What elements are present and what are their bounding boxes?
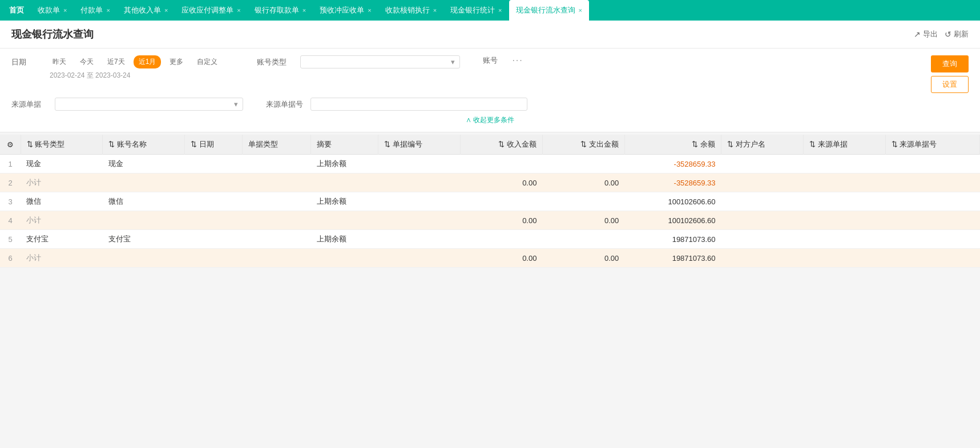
top-nav: 首页 收款单 × 付款单 × 其他收入单 × 应收应付调整单 × 银行存取款单 …	[0, 0, 980, 21]
cell-counterpart	[721, 230, 804, 249]
nav-statistics[interactable]: 现金银行统计 ×	[443, 0, 509, 21]
page-header: 现金银行流水查询 ↗ 导出 ↺ 刷新	[0, 21, 980, 49]
cell-doc-type	[243, 249, 311, 268]
collapse-icon: ∧	[466, 116, 471, 124]
export-button[interactable]: ↗ 导出	[914, 29, 938, 39]
settings-button[interactable]: 设置	[931, 76, 969, 93]
cell-doc-number	[378, 230, 461, 249]
date-btn-1month[interactable]: 近1月	[134, 55, 162, 68]
cell-income	[461, 155, 543, 173]
date-btn-more[interactable]: 更多	[164, 55, 188, 68]
cell-account-type: 小计	[21, 211, 103, 230]
account-dots[interactable]: ···	[512, 55, 523, 66]
col-expense[interactable]: ⇅ 支出金额	[542, 135, 624, 155]
cell-summary	[311, 173, 378, 192]
cell-doc-number	[378, 192, 461, 211]
sort-icon: ⇅	[692, 140, 698, 148]
table-row: 3 微信 微信 上期余额 100102606.60	[0, 192, 980, 211]
col-account-type[interactable]: ⇅ 账号类型	[21, 135, 103, 155]
nav-cashflow[interactable]: 现金银行流水查询 ×	[509, 0, 589, 21]
collapse-bar[interactable]: ∧ 收起更多条件	[11, 113, 969, 127]
col-balance[interactable]: ⇅ 余额	[624, 135, 721, 155]
cell-source-doc-num	[885, 211, 979, 230]
cell-doc-type	[243, 173, 311, 192]
source-doc-select[interactable]: ▾	[55, 98, 243, 111]
chevron-down-icon: ▾	[234, 100, 238, 108]
source-doc-num-input[interactable]	[310, 98, 527, 111]
cell-doc-type	[243, 230, 311, 249]
cell-source-doc-num	[885, 230, 979, 249]
cell-date	[185, 211, 243, 230]
date-btn-today[interactable]: 今天	[75, 55, 99, 68]
gear-col-header[interactable]: ⚙	[0, 135, 21, 155]
close-icon[interactable]: ×	[579, 7, 582, 14]
cell-account-name: 微信	[103, 192, 185, 211]
cell-doc-number	[378, 211, 461, 230]
nav-bank-deposit[interactable]: 银行存取款单 ×	[248, 0, 313, 21]
close-icon[interactable]: ×	[63, 7, 67, 14]
cell-doc-number	[378, 155, 461, 173]
cell-income	[461, 230, 543, 249]
nav-receipt[interactable]: 收款单 ×	[31, 0, 74, 21]
nav-prepaid[interactable]: 预收冲应收单 ×	[313, 0, 378, 21]
nav-adjustment[interactable]: 应收应付调整单 ×	[175, 0, 247, 21]
cell-summary	[311, 211, 378, 230]
close-icon[interactable]: ×	[237, 7, 240, 14]
cell-balance: -3528659.33	[624, 155, 721, 173]
cell-summary: 上期余额	[311, 192, 378, 211]
col-source-doc[interactable]: ⇅ 来源单据	[803, 135, 885, 155]
nav-verification[interactable]: 收款核销执行 ×	[378, 0, 443, 21]
col-date[interactable]: ⇅ 日期	[185, 135, 243, 155]
query-button[interactable]: 查询	[931, 55, 969, 72]
cell-expense	[542, 192, 624, 211]
cell-counterpart	[721, 211, 804, 230]
date-btn-yesterday[interactable]: 昨天	[47, 55, 71, 68]
date-btn-custom[interactable]: 自定义	[192, 55, 223, 68]
cell-expense	[542, 155, 624, 173]
cell-account-name	[103, 173, 185, 192]
close-icon[interactable]: ×	[368, 7, 371, 14]
date-options: 昨天 今天 近7天 近1月 更多 自定义	[47, 55, 223, 68]
sort-icon: ⇅	[27, 140, 33, 148]
col-income[interactable]: ⇅ 收入金额	[461, 135, 543, 155]
cell-balance: 19871073.60	[624, 249, 721, 268]
col-counterpart[interactable]: ⇅ 对方户名	[721, 135, 804, 155]
account-type-select[interactable]: ▾	[300, 55, 460, 68]
col-account-name[interactable]: ⇅ 账号名称	[103, 135, 185, 155]
nav-payment[interactable]: 付款单 ×	[74, 0, 116, 21]
col-doc-number[interactable]: ⇅ 单据编号	[378, 135, 461, 155]
sort-icon: ⇅	[498, 140, 505, 148]
nav-home[interactable]: 首页	[2, 0, 31, 21]
cell-account-name	[103, 249, 185, 268]
close-icon[interactable]: ×	[433, 7, 437, 14]
source-doc-num-label: 来源单据号	[266, 99, 306, 110]
close-icon[interactable]: ×	[106, 7, 110, 14]
date-btn-7days[interactable]: 近7天	[102, 55, 130, 68]
close-icon[interactable]: ×	[303, 7, 306, 14]
close-icon[interactable]: ×	[498, 7, 502, 14]
cell-balance: 100102606.60	[624, 211, 721, 230]
table-header-row: ⚙ ⇅ 账号类型 ⇅ 账号名称 ⇅ 日期 单据类型 摘要	[0, 135, 980, 155]
table-row: 5 支付宝 支付宝 上期余额 19871073.60	[0, 230, 980, 249]
cell-summary: 上期余额	[311, 230, 378, 249]
cell-date	[185, 173, 243, 192]
close-icon[interactable]: ×	[164, 7, 168, 14]
cell-income: 0.00	[461, 211, 543, 230]
account-label: 账号	[483, 55, 503, 66]
cell-income	[461, 192, 543, 211]
nav-other-income[interactable]: 其他收入单 ×	[117, 0, 175, 21]
cell-summary	[311, 249, 378, 268]
cell-account-name: 现金	[103, 155, 185, 173]
row-num: 4	[0, 211, 21, 230]
col-source-doc-num[interactable]: ⇅ 来源单据号	[885, 135, 979, 155]
chevron-down-icon: ▾	[451, 58, 455, 66]
cell-income: 0.00	[461, 173, 543, 192]
sort-icon: ⇅	[580, 140, 587, 148]
col-doc-type[interactable]: 单据类型	[243, 135, 311, 155]
col-summary[interactable]: 摘要	[311, 135, 378, 155]
cell-account-type: 微信	[21, 192, 103, 211]
sort-icon: ⇅	[727, 140, 733, 148]
account-type-label: 账号类型	[257, 57, 291, 67]
cell-doc-type	[243, 192, 311, 211]
refresh-button[interactable]: ↺ 刷新	[945, 29, 969, 39]
